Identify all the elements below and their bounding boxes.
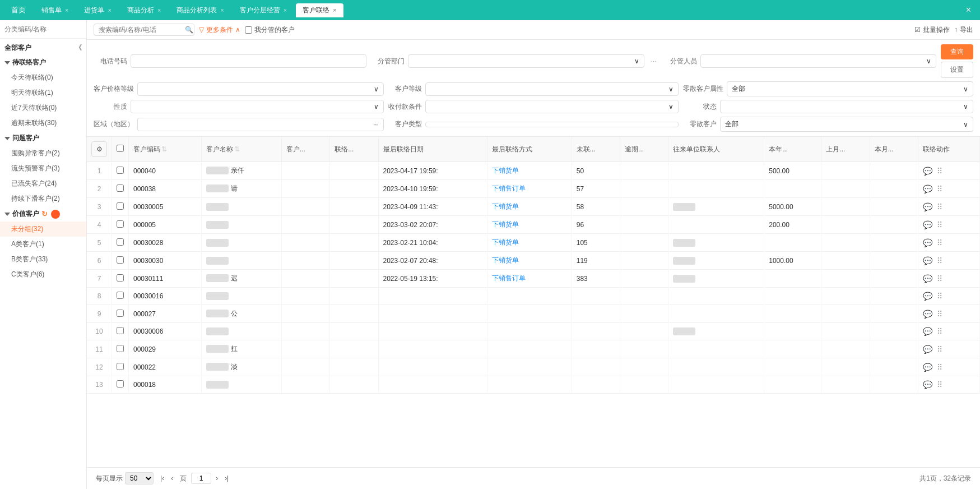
export-button[interactable]: ↑ 导出 [954, 25, 973, 35]
next-page-button[interactable]: › [213, 473, 220, 483]
contact-way-link[interactable]: 下销售订单 [492, 184, 526, 192]
sidebar-item-class-a[interactable]: A类客户(1) [0, 237, 86, 252]
close-sales-tab[interactable]: × [65, 7, 68, 13]
select-all-checkbox[interactable] [117, 145, 124, 152]
filter-payment-select[interactable]: ∨ [425, 100, 679, 113]
sidebar-item-churned[interactable]: 已流失客户(24) [0, 176, 86, 191]
row-select-checkbox[interactable] [117, 310, 124, 317]
message-action-icon[interactable]: 💬 [923, 327, 932, 336]
sidebar-item-declining[interactable]: 持续下滑客户(2) [0, 191, 86, 206]
row-select-checkbox[interactable] [117, 167, 124, 174]
more-action-icon[interactable]: ⠿ [937, 292, 942, 301]
sidebar-search-input[interactable] [4, 25, 87, 33]
message-action-icon[interactable]: 💬 [923, 380, 932, 389]
problem-customers-group[interactable]: 问题客户 [0, 131, 86, 146]
filter-customer-level-select[interactable]: ∨ [425, 82, 679, 96]
message-action-icon[interactable]: 💬 [923, 310, 932, 319]
value-refresh-icon[interactable]: ↻ [41, 210, 48, 218]
message-action-icon[interactable]: 💬 [923, 167, 932, 176]
tab-customer-segment[interactable]: 客户分层经营 × [233, 3, 294, 17]
filter-phone-input[interactable] [131, 54, 366, 68]
message-action-icon[interactable]: 💬 [923, 345, 932, 354]
more-action-icon[interactable]: ⠿ [937, 274, 942, 283]
message-action-icon[interactable]: 💬 [923, 202, 932, 211]
message-action-icon[interactable]: 💬 [923, 256, 932, 265]
contact-way-link[interactable]: 下销货单 [492, 220, 519, 228]
pending-contact-group[interactable]: 待联络客户 [0, 55, 86, 70]
sidebar-item-class-c[interactable]: C类客户(6) [0, 267, 86, 282]
row-select-checkbox[interactable] [117, 292, 124, 299]
contact-way-link[interactable]: 下销货单 [492, 238, 519, 246]
sidebar-item-tomorrow-pending[interactable]: 明天待联络(1) [0, 85, 86, 100]
contact-way-link[interactable]: 下销货单 [492, 256, 519, 264]
page-number-input[interactable] [191, 473, 211, 484]
close-product-analysis-list-tab[interactable]: × [220, 7, 224, 13]
message-action-icon[interactable]: 💬 [923, 184, 932, 193]
page-size-select[interactable]: 50 100 200 [125, 472, 154, 485]
row-select-checkbox[interactable] [117, 380, 124, 387]
sidebar-item-7day-pending[interactable]: 近7天待联络(0) [0, 100, 86, 116]
tab-customer-contact[interactable]: 客户联络 × [296, 3, 343, 17]
filter-zero-retail-select[interactable]: 全部 ∨ [720, 117, 973, 132]
message-action-icon[interactable]: 💬 [923, 220, 932, 229]
value-customers-group[interactable]: 价值客户 ↻ [0, 206, 86, 222]
sidebar-item-abnormal-purchase[interactable]: 囤购异常客户(2) [0, 146, 86, 161]
more-action-icon[interactable]: ⠿ [937, 167, 942, 176]
tab-home[interactable]: 首页 [4, 3, 32, 17]
sidebar-item-overdue-pending[interactable]: 逾期未联络(30) [0, 116, 86, 131]
my-customers-checkbox[interactable] [245, 26, 252, 34]
message-action-icon[interactable]: 💬 [923, 274, 932, 283]
tab-purchase[interactable]: 进货单 × [77, 3, 118, 17]
tab-product-analysis[interactable]: 商品分析 × [120, 3, 168, 17]
row-select-checkbox[interactable] [117, 238, 124, 246]
more-action-icon[interactable]: ⠿ [937, 345, 942, 354]
close-customer-contact-tab[interactable]: × [333, 7, 336, 13]
main-search-input[interactable] [99, 26, 183, 34]
filter-price-level-select[interactable]: ∨ [137, 82, 384, 96]
more-action-icon[interactable]: ⠿ [937, 202, 942, 211]
prev-page-button[interactable]: ‹ [169, 473, 175, 483]
tab-sales[interactable]: 销售单 × [35, 3, 75, 17]
close-purchase-tab[interactable]: × [108, 7, 111, 13]
row-select-checkbox[interactable] [117, 202, 124, 210]
message-action-icon[interactable]: 💬 [923, 363, 932, 372]
sidebar-item-ungrouped[interactable]: 未分组(32) [0, 222, 86, 237]
row-select-checkbox[interactable] [117, 220, 124, 228]
row-select-checkbox[interactable] [117, 184, 124, 192]
filter-manager-select[interactable]: ∨ [700, 54, 936, 68]
last-page-button[interactable]: ›| [222, 473, 231, 483]
more-action-icon[interactable]: ⠿ [937, 238, 942, 247]
more-action-icon[interactable]: ⠿ [937, 256, 942, 265]
batch-ops-button[interactable]: ☑ 批量操作 [914, 25, 950, 35]
contact-way-link[interactable]: 下销货单 [492, 202, 519, 210]
sidebar-item-churn-warning[interactable]: 流失预警客户(3) [0, 161, 86, 176]
sidebar-item-class-b[interactable]: B类客户(33) [0, 252, 86, 267]
close-all-tabs[interactable]: × [962, 5, 976, 15]
filter-status-select[interactable]: ∨ [720, 100, 973, 113]
main-search-icon[interactable]: 🔍 [185, 26, 193, 34]
filter-region-select[interactable]: ··· [137, 118, 384, 131]
more-action-icon[interactable]: ⠿ [937, 363, 942, 372]
sidebar-item-today-pending[interactable]: 今天待联络(0) [0, 70, 86, 85]
row-select-checkbox[interactable] [117, 256, 124, 264]
message-action-icon[interactable]: 💬 [923, 238, 932, 247]
row-select-checkbox[interactable] [117, 363, 124, 370]
more-action-icon[interactable]: ⠿ [937, 327, 942, 336]
close-customer-segment-tab[interactable]: × [284, 7, 287, 13]
row-select-checkbox[interactable] [117, 274, 124, 282]
filter-dept-select[interactable]: ∨ [408, 54, 644, 68]
more-action-icon[interactable]: ⠿ [937, 220, 942, 229]
more-filters-button[interactable]: ▽ 更多条件 ∧ [199, 25, 240, 35]
contact-way-link[interactable]: 下销货单 [492, 167, 519, 174]
filter-customer-type-select[interactable] [425, 122, 679, 127]
more-action-icon[interactable]: ⠿ [937, 380, 942, 389]
tab-product-analysis-list[interactable]: 商品分析列表 × [170, 3, 230, 17]
filter-zero-retail-attr-select[interactable]: 全部 ∨ [727, 81, 973, 96]
my-customers-checkbox-wrap[interactable]: 我分管的客户 [245, 25, 295, 35]
row-select-checkbox[interactable] [117, 327, 124, 334]
message-action-icon[interactable]: 💬 [923, 292, 932, 301]
close-product-analysis-tab[interactable]: × [157, 7, 161, 13]
contact-way-link[interactable]: 下销售订单 [492, 274, 526, 282]
first-page-button[interactable]: |‹ [158, 473, 166, 483]
all-customers-header[interactable]: 全部客户 《 [0, 39, 86, 55]
